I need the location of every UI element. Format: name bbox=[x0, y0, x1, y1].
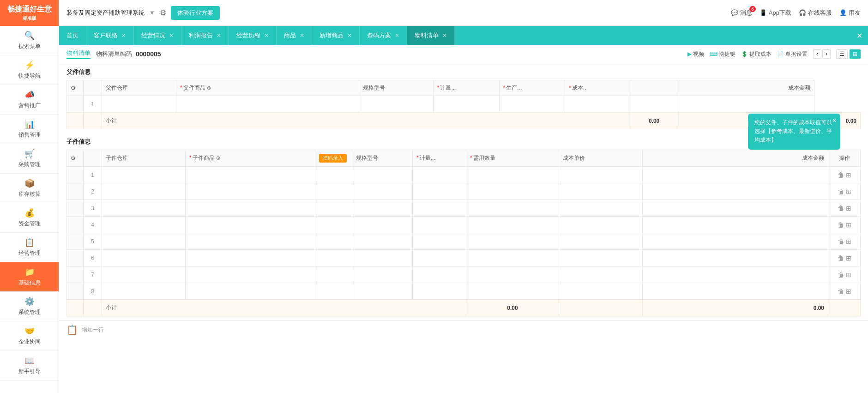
child-row-3-spec[interactable] bbox=[352, 200, 413, 217]
child-row-4-warehouse[interactable] bbox=[102, 217, 186, 233]
child-row-6-warehouse[interactable] bbox=[102, 250, 186, 266]
delete-icon-7[interactable]: 🗑 bbox=[838, 271, 844, 278]
child-row-2-unit[interactable] bbox=[413, 183, 466, 200]
child-row-3-warehouse[interactable] bbox=[102, 200, 186, 217]
child-row-6-unit-cost[interactable] bbox=[559, 250, 642, 266]
child-row-6-product[interactable] bbox=[185, 250, 315, 266]
tab-operations-close[interactable]: ✕ bbox=[169, 32, 174, 39]
scan-input-button[interactable]: 扫码录入 bbox=[319, 154, 347, 163]
delete-icon-4[interactable]: 🗑 bbox=[838, 221, 844, 229]
child-row-1-qty[interactable] bbox=[466, 167, 559, 183]
child-row-8-qty[interactable] bbox=[466, 283, 559, 300]
tab-customer-close[interactable]: ✕ bbox=[121, 32, 126, 39]
sidebar-item-enterprise[interactable]: 🤝 企业协同 bbox=[0, 321, 59, 351]
tab-goods-close[interactable]: ✕ bbox=[300, 32, 304, 39]
child-row-6-qty[interactable] bbox=[466, 250, 559, 266]
add-row-icon[interactable]: 📋 bbox=[66, 324, 78, 335]
sidebar-item-operations[interactable]: 📋 经营管理 bbox=[0, 233, 59, 262]
sidebar-item-search[interactable]: 🔍 搜索菜单 bbox=[0, 26, 59, 55]
child-row-7-spec[interactable] bbox=[352, 266, 413, 283]
tooltip-close-button[interactable]: ✕ bbox=[832, 116, 837, 125]
delete-icon-1[interactable]: 🗑 bbox=[838, 171, 844, 179]
copy-icon-5[interactable]: ⊞ bbox=[846, 238, 851, 245]
child-row-7-product[interactable] bbox=[185, 266, 315, 283]
copy-icon-1[interactable]: ⊞ bbox=[846, 171, 851, 179]
child-row-8-unit-cost[interactable] bbox=[559, 283, 642, 300]
messages-action[interactable]: 💬 消息 6 bbox=[731, 9, 752, 17]
sidebar-item-finance[interactable]: 💰 资金管理 bbox=[0, 203, 59, 233]
single-settings-action[interactable]: 📄 单据设置 bbox=[777, 50, 808, 58]
sidebar-item-inventory[interactable]: 📦 库存核算 bbox=[0, 174, 59, 203]
child-row-4-unit-cost[interactable] bbox=[559, 217, 642, 233]
child-row-1-spec[interactable] bbox=[352, 167, 413, 183]
child-row-4-product[interactable] bbox=[185, 217, 315, 233]
get-cost-action[interactable]: 💲 提取成本 bbox=[741, 50, 772, 58]
parent-row-1-spec[interactable] bbox=[359, 96, 433, 113]
tab-new-goods-close[interactable]: ✕ bbox=[347, 32, 352, 39]
child-row-8-warehouse[interactable] bbox=[102, 283, 186, 300]
child-row-2-product[interactable] bbox=[185, 183, 315, 200]
copy-icon-4[interactable]: ⊞ bbox=[846, 221, 851, 229]
parent-row-1-warehouse[interactable] bbox=[102, 96, 176, 113]
tab-profit[interactable]: 利润报告 ✕ bbox=[181, 26, 229, 45]
tab-bom[interactable]: 物料清单 ✕ bbox=[407, 26, 455, 45]
user-action[interactable]: 👤 用友 bbox=[839, 9, 861, 17]
settings-icon[interactable]: ⚙ bbox=[160, 8, 166, 17]
tab-customer[interactable]: 客户联络 ✕ bbox=[86, 26, 134, 45]
sub-tab-bom-code[interactable]: 物料清单编码 bbox=[96, 50, 132, 58]
child-row-5-qty[interactable] bbox=[466, 233, 559, 250]
tab-goods[interactable]: 商品 ✕ bbox=[277, 26, 312, 45]
parent-col-settings[interactable]: ⚙ bbox=[67, 80, 84, 96]
tab-new-goods[interactable]: 新增商品 ✕ bbox=[312, 26, 360, 45]
list-view-button[interactable]: ☰ bbox=[836, 49, 848, 59]
delete-icon-3[interactable]: 🗑 bbox=[838, 205, 844, 212]
tab-operations[interactable]: 经营情况 ✕ bbox=[134, 26, 181, 45]
trial-button[interactable]: 体验行业方案 bbox=[171, 6, 220, 20]
sidebar-item-system[interactable]: ⚙️ 系统管理 bbox=[0, 292, 59, 321]
child-row-8-product[interactable] bbox=[185, 283, 315, 300]
child-row-5-product[interactable] bbox=[185, 233, 315, 250]
child-row-1-warehouse[interactable] bbox=[102, 167, 186, 183]
delete-icon-5[interactable]: 🗑 bbox=[838, 238, 844, 245]
child-row-2-unit-cost[interactable] bbox=[559, 183, 642, 200]
parent-row-1-production[interactable] bbox=[499, 96, 565, 113]
nav-next-button[interactable]: › bbox=[822, 49, 831, 59]
copy-icon-7[interactable]: ⊞ bbox=[846, 271, 851, 278]
shortcut-action[interactable]: ⌨ 快捷键 bbox=[710, 50, 735, 58]
nav-prev-button[interactable]: ‹ bbox=[813, 49, 821, 59]
child-row-2-qty[interactable] bbox=[466, 183, 559, 200]
child-row-7-warehouse[interactable] bbox=[102, 266, 186, 283]
child-row-8-spec[interactable] bbox=[352, 283, 413, 300]
child-row-6-spec[interactable] bbox=[352, 250, 413, 266]
copy-icon-8[interactable]: ⊞ bbox=[846, 288, 851, 295]
delete-icon-6[interactable]: 🗑 bbox=[838, 254, 844, 262]
detail-view-button[interactable]: ⊞ bbox=[850, 49, 861, 59]
child-row-1-unit-cost[interactable] bbox=[559, 167, 642, 183]
copy-icon-3[interactable]: ⊞ bbox=[846, 205, 851, 212]
sidebar-item-purchase[interactable]: 🛒 采购管理 bbox=[0, 144, 59, 174]
child-row-7-qty[interactable] bbox=[466, 266, 559, 283]
child-row-3-product[interactable] bbox=[185, 200, 315, 217]
copy-icon-2[interactable]: ⊞ bbox=[846, 188, 851, 195]
child-row-3-qty[interactable] bbox=[466, 200, 559, 217]
child-row-4-qty[interactable] bbox=[466, 217, 559, 233]
child-row-5-unit-cost[interactable] bbox=[559, 233, 642, 250]
child-col-settings[interactable]: ⚙ bbox=[67, 150, 84, 167]
child-row-7-unit[interactable] bbox=[413, 266, 466, 283]
delete-icon-2[interactable]: 🗑 bbox=[838, 188, 844, 195]
child-row-3-unit[interactable] bbox=[413, 200, 466, 217]
parent-row-1-product[interactable] bbox=[176, 96, 359, 113]
sidebar-item-basic-info[interactable]: 📁 基础信息 bbox=[0, 262, 59, 292]
sidebar-item-quick-nav[interactable]: ⚡ 快捷导航 bbox=[0, 55, 59, 85]
tab-profit-close[interactable]: ✕ bbox=[217, 32, 221, 39]
app-download-action[interactable]: 📱 App下载 bbox=[760, 9, 791, 17]
sidebar-item-sales[interactable]: 📊 销售管理 bbox=[0, 115, 59, 144]
child-row-1-unit[interactable] bbox=[413, 167, 466, 183]
delete-icon-8[interactable]: 🗑 bbox=[838, 288, 844, 295]
child-row-5-warehouse[interactable] bbox=[102, 233, 186, 250]
close-all-tabs[interactable]: ✕ bbox=[851, 31, 868, 40]
system-dropdown-arrow[interactable]: ▼ bbox=[149, 9, 155, 16]
parent-row-1-cost[interactable] bbox=[565, 96, 631, 113]
child-row-1-product[interactable] bbox=[185, 167, 315, 183]
child-row-5-unit[interactable] bbox=[413, 233, 466, 250]
